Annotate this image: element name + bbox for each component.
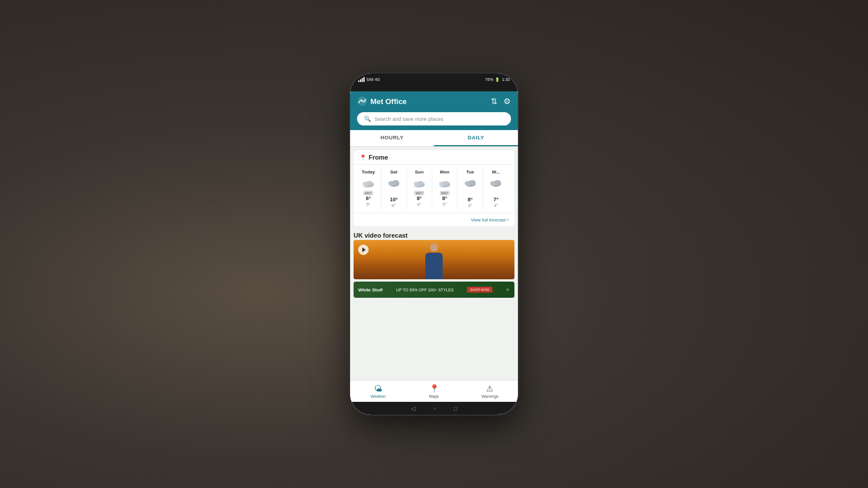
- status-left: SIM 4G: [358, 77, 380, 82]
- temp-high-sat: 10°: [390, 197, 398, 202]
- search-placeholder-text: Search and save more places: [374, 116, 443, 122]
- temps-wed: 7° 4°: [494, 197, 499, 208]
- sort-lines-icon[interactable]: ⇅: [491, 97, 498, 106]
- forecast-scroll: Today MIST: [354, 165, 514, 213]
- header-actions: ⇅ ⚙: [491, 97, 511, 106]
- weather-icon-mon: [437, 176, 453, 189]
- app-title: Met Office: [370, 97, 407, 106]
- weather-card: 📍 Frome Today: [354, 150, 514, 226]
- weather-icon-sun: [411, 176, 428, 189]
- svg-point-18: [443, 181, 449, 186]
- met-office-logo-icon: [357, 96, 367, 106]
- status-bar: SIM 4G 76% 🔋 1:33: [350, 73, 518, 83]
- day-label-wed: W...: [492, 169, 500, 175]
- weather-icon-today: [361, 176, 377, 189]
- weather-icon-tue: [462, 176, 479, 189]
- tab-daily[interactable]: DAILY: [434, 130, 518, 146]
- temp-low-today: 5°: [366, 202, 371, 207]
- temp-high-sun: 8°: [417, 195, 422, 201]
- temps-tue: 8° 3°: [468, 197, 473, 208]
- ad-close-icon[interactable]: ✕: [506, 287, 510, 293]
- temp-low-sun: 4°: [417, 202, 422, 207]
- ad-brand-name: White Stuff: [358, 287, 382, 293]
- weather-icon-sat: [386, 176, 402, 189]
- mist-badge-sun: MIST: [414, 191, 425, 195]
- warnings-nav-icon: ⚠: [486, 384, 494, 393]
- tab-hourly[interactable]: HOURLY: [350, 130, 434, 146]
- day-label-mon: Mon: [440, 169, 449, 175]
- search-input[interactable]: 🔍 Search and save more places: [357, 112, 511, 125]
- temps-sun: 8° 4°: [417, 195, 422, 207]
- nav-item-weather[interactable]: 🌤 Weather: [350, 383, 406, 400]
- nav-item-maps[interactable]: 📍 Maps: [406, 383, 462, 400]
- forecast-tabs: HOURLY DAILY: [350, 130, 518, 147]
- temp-low-tue: 3°: [468, 203, 473, 208]
- play-triangle-icon: [362, 247, 366, 252]
- video-play-button[interactable]: [358, 245, 369, 255]
- forecast-day-sun: Sun MIST: [407, 168, 432, 209]
- view-full-forecast[interactable]: View full forecast ›: [354, 213, 514, 226]
- day-label-tue: Tue: [466, 169, 475, 175]
- search-bar-container: 🔍 Search and save more places: [350, 110, 518, 130]
- temp-low-mon: 5°: [443, 202, 447, 207]
- temp-high-tue: 8°: [468, 197, 473, 202]
- phone-device: SIM 4G 76% 🔋 1:33: [350, 73, 518, 415]
- view-full-forecast-link[interactable]: View full forecast: [471, 217, 506, 223]
- forecast-day-wed: W... 7° 4°: [483, 168, 509, 209]
- sim-label: SIM 4G: [366, 77, 380, 82]
- video-thumbnail[interactable]: [354, 240, 514, 279]
- ad-cta-button[interactable]: SHOP NOW: [467, 287, 492, 293]
- location-header: 📍 Frome: [354, 150, 514, 165]
- ad-text: UP TO 50% OFF 100+ STYLES: [396, 288, 454, 292]
- signal-icon: [358, 77, 365, 82]
- day-label-today: Today: [362, 169, 375, 175]
- day-label-sat: Sat: [390, 169, 397, 175]
- svg-point-24: [469, 180, 476, 186]
- clock: 1:33: [502, 77, 510, 82]
- forecast-day-tue: Tue 8° 3°: [458, 168, 483, 209]
- app-header: Met Office ⇅ ⚙: [350, 91, 518, 110]
- svg-point-9: [392, 180, 399, 186]
- forecast-day-mon: Mon MIST: [432, 168, 458, 209]
- nav-label-weather: Weather: [370, 394, 385, 398]
- android-back-button[interactable]: ◁: [411, 405, 415, 412]
- mist-badge-today: MIST: [363, 191, 374, 195]
- android-nav: ◁ ○ □: [350, 402, 518, 415]
- app-logo: Met Office: [357, 96, 407, 106]
- bottom-nav: 🌤 Weather 📍 Maps ⚠ Warnings: [350, 380, 518, 402]
- ad-banner[interactable]: White Stuff UP TO 50% OFF 100+ STYLES SH…: [354, 282, 514, 298]
- maps-nav-icon: 📍: [429, 384, 439, 393]
- temp-high-wed: 7°: [494, 197, 499, 202]
- search-icon: 🔍: [364, 116, 371, 122]
- notch: [411, 83, 457, 91]
- android-home-button[interactable]: ○: [433, 405, 436, 412]
- temps-sat: 10° 6°: [390, 197, 398, 208]
- day-label-sun: Sun: [415, 169, 424, 175]
- video-section: UK video forecast: [354, 230, 514, 279]
- temps-today: 6° 5°: [366, 195, 371, 207]
- nav-label-warnings: Warnings: [481, 394, 498, 398]
- weather-icon-wed: [488, 176, 504, 189]
- svg-point-27: [494, 180, 501, 186]
- phone-screen: SIM 4G 76% 🔋 1:33: [350, 73, 518, 415]
- temp-low-sat: 6°: [392, 203, 396, 208]
- settings-icon[interactable]: ⚙: [503, 97, 511, 106]
- location-name: Frome: [369, 154, 388, 161]
- battery-level: 76%: [485, 77, 493, 82]
- nav-item-warnings[interactable]: ⚠ Warnings: [462, 383, 518, 400]
- temp-high-today: 6°: [366, 195, 371, 201]
- weather-nav-icon: 🌤: [374, 384, 382, 393]
- mist-badge-mon: MIST: [440, 191, 450, 195]
- notch-area: SIM 4G 76% 🔋 1:33: [350, 73, 518, 91]
- temp-high-mon: 8°: [442, 195, 447, 201]
- svg-point-3: [367, 181, 373, 186]
- android-recents-button[interactable]: □: [454, 405, 457, 412]
- nav-label-maps: Maps: [429, 394, 439, 398]
- status-right: 76% 🔋 1:33: [485, 77, 510, 82]
- forecast-day-today: Today MIST: [356, 168, 381, 209]
- svg-point-12: [418, 181, 424, 186]
- video-section-title: UK video forecast: [354, 232, 408, 239]
- battery-icon: 🔋: [495, 77, 500, 82]
- forecast-day-sat: Sat 10° 6°: [381, 168, 407, 209]
- chevron-right-icon: ›: [507, 217, 509, 223]
